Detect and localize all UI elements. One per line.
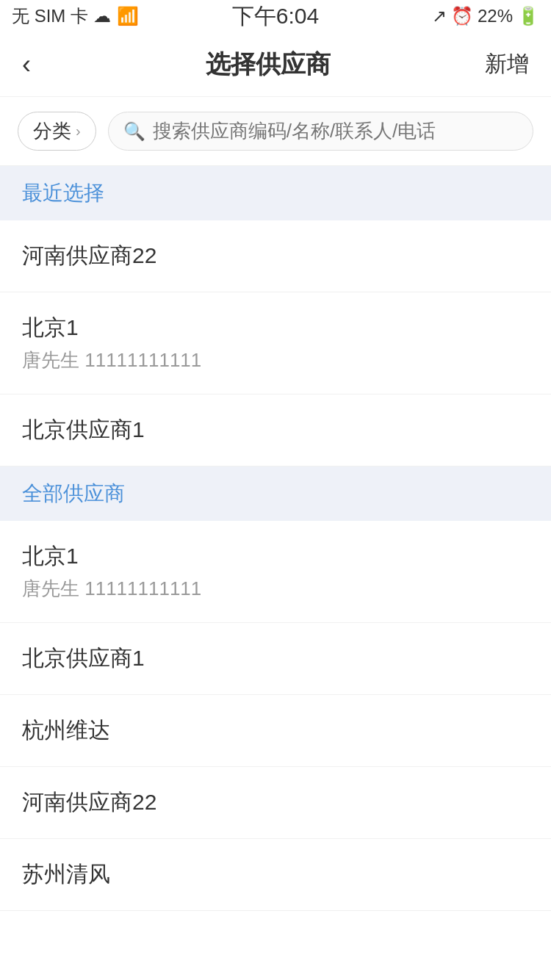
search-icon: 🔍	[123, 121, 145, 142]
item-name: 河南供应商22	[22, 788, 529, 818]
recent-section-header: 最近选择	[0, 166, 551, 220]
add-button[interactable]: 新增	[470, 49, 529, 79]
wifi-icon: 📶	[117, 6, 139, 26]
all-section-header: 全部供应商	[0, 466, 551, 521]
status-time: 下午6:04	[232, 1, 319, 32]
item-sub: 唐先生 11111111111	[22, 347, 529, 373]
filter-bar: 分类 › 🔍	[0, 97, 551, 166]
item-name: 北京1	[22, 313, 529, 343]
recent-list: 河南供应商22北京1唐先生 11111111111北京供应商1	[0, 220, 551, 466]
search-input[interactable]	[153, 120, 518, 143]
list-item[interactable]: 河南供应商22	[0, 220, 551, 292]
search-box[interactable]: 🔍	[108, 112, 533, 151]
item-name: 北京1	[22, 541, 529, 572]
list-item[interactable]: 苏州清风	[0, 839, 551, 911]
item-name: 河南供应商22	[22, 241, 529, 271]
list-item[interactable]: 杭州维达	[0, 695, 551, 767]
list-item[interactable]: 北京供应商1	[0, 623, 551, 695]
alarm-icon: ⏰	[451, 6, 473, 26]
item-name: 杭州维达	[22, 716, 529, 746]
battery-icon: 🔋	[517, 6, 539, 26]
item-name: 北京供应商1	[22, 415, 529, 445]
category-button[interactable]: 分类 ›	[18, 112, 96, 151]
chevron-right-icon: ›	[76, 123, 81, 140]
recent-section-label: 最近选择	[22, 181, 104, 204]
list-item[interactable]: 北京1唐先生 11111111111	[0, 292, 551, 394]
list-item[interactable]: 北京供应商1	[0, 394, 551, 466]
list-item[interactable]: 河南供应商22	[0, 767, 551, 839]
nav-bar: ‹ 选择供应商 新增	[0, 32, 551, 97]
item-sub: 唐先生 11111111111	[22, 576, 529, 602]
battery-percent: 22%	[478, 6, 513, 26]
status-left: 无 SIM 卡 ☁ 📶	[12, 4, 139, 28]
item-name: 苏州清风	[22, 860, 529, 890]
item-name: 北京供应商1	[22, 644, 529, 674]
all-section-label: 全部供应商	[22, 482, 125, 505]
category-label: 分类	[33, 118, 71, 144]
list-item[interactable]: 北京1唐先生 11111111111	[0, 521, 551, 623]
sim-label: 无 SIM 卡 ☁	[12, 4, 111, 28]
status-bar: 无 SIM 卡 ☁ 📶 下午6:04 ↗ ⏰ 22% 🔋	[0, 0, 551, 32]
back-button[interactable]: ‹	[22, 49, 66, 80]
page-title: 选择供应商	[206, 48, 331, 82]
status-right: ↗ ⏰ 22% 🔋	[432, 6, 539, 26]
all-list: 北京1唐先生 11111111111北京供应商1杭州维达河南供应商22苏州清风	[0, 521, 551, 911]
location-icon: ↗	[432, 6, 447, 26]
